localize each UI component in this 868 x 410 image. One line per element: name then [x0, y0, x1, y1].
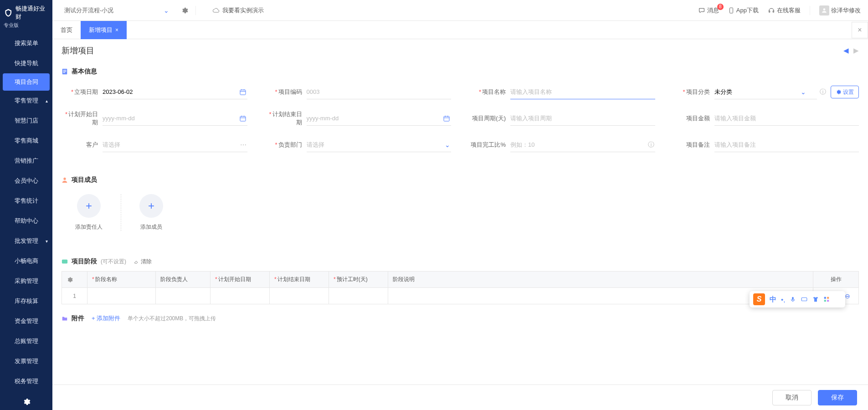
- help-icon[interactable]: ⓘ: [648, 141, 654, 149]
- plan-start-field[interactable]: [103, 111, 247, 126]
- save-button[interactable]: 保存: [818, 390, 857, 405]
- clear-stages-button[interactable]: 清除: [134, 258, 152, 266]
- remark-field[interactable]: [714, 138, 859, 152]
- sidebar-item-fixedasset[interactable]: 固定资产: [0, 391, 52, 394]
- progress-field[interactable]: ⓘ: [510, 138, 655, 152]
- close-all-tabs-button[interactable]: ×: [852, 22, 868, 38]
- sidebar-item-retailmall[interactable]: 零售商城: [0, 131, 52, 151]
- add-owner-button[interactable]: +: [77, 194, 101, 218]
- message-badge: 8: [717, 4, 724, 10]
- project-period-field[interactable]: [510, 111, 655, 126]
- demo-link[interactable]: 我要看实例演示: [212, 6, 264, 15]
- ime-toolbar[interactable]: S 中 •,: [750, 291, 845, 308]
- tenant-select[interactable]: 测试分开流程-小况 ⌄: [60, 3, 174, 18]
- plus-icon: +: [86, 200, 92, 212]
- sidebar-item-search[interactable]: 搜索菜单: [0, 33, 52, 53]
- calendar-icon[interactable]: [443, 115, 450, 122]
- prev-record-button[interactable]: ◀: [843, 46, 849, 55]
- category-settings-button[interactable]: 设置: [831, 86, 859, 98]
- sidebar-item-quicknav[interactable]: 快捷导航: [0, 53, 52, 73]
- section-basic: 基本信息 *立项日期 *项目编码: [62, 62, 859, 163]
- next-record-button[interactable]: ▶: [853, 46, 859, 55]
- ime-voice-button[interactable]: [790, 296, 796, 302]
- calendar-icon[interactable]: [239, 115, 247, 122]
- sidebar-item-wholesale[interactable]: 批发管理▾: [0, 231, 52, 251]
- tab-home[interactable]: 首页: [52, 21, 81, 39]
- sidebar-item-marketing[interactable]: 营销推广: [0, 151, 52, 171]
- keyboard-icon: [801, 296, 808, 302]
- department-field[interactable]: ⌄: [307, 138, 452, 152]
- messages-button[interactable]: 消息 8: [698, 6, 719, 15]
- sidebar-item-help[interactable]: 帮助中心: [0, 211, 52, 231]
- sidebar-item-invoice[interactable]: 发票管理: [0, 351, 52, 371]
- th-stage-op: 操作: [813, 272, 859, 288]
- svg-rect-0: [729, 8, 733, 13]
- ime-punct-button[interactable]: •,: [781, 296, 785, 303]
- person-icon: [62, 177, 68, 183]
- svg-rect-5: [240, 90, 246, 95]
- sidebar-item-inventory[interactable]: 库存核算: [0, 291, 52, 311]
- ime-tools-button[interactable]: [823, 296, 830, 302]
- app-download-button[interactable]: App下载: [728, 6, 759, 15]
- th-stage-name: *阶段名称: [87, 272, 156, 288]
- table-row[interactable]: 1 ⊕ ⊖: [62, 288, 859, 304]
- sidebar-item-ledger[interactable]: 总账管理: [0, 331, 52, 351]
- customer-service-button[interactable]: 在线客服: [768, 6, 801, 15]
- sidebar-item-tax[interactable]: 税务管理: [0, 371, 52, 391]
- sidebar-item-retail[interactable]: 零售管理▴: [0, 91, 52, 111]
- topbar: 测试分开流程-小况 ⌄ 我要看实例演示 消息 8 App下载: [52, 0, 868, 21]
- sidebar-item-project-contract[interactable]: 项目合同: [3, 73, 50, 91]
- chevron-down-icon[interactable]: ⌄: [801, 88, 806, 96]
- sidebar-item-funds[interactable]: 资金管理: [0, 311, 52, 331]
- svg-rect-9: [62, 260, 67, 264]
- folder-icon: [62, 315, 68, 322]
- more-icon[interactable]: ⋯: [240, 141, 247, 149]
- chevron-down-icon: ⌄: [164, 7, 169, 14]
- phone-icon: [728, 7, 734, 14]
- project-code-field[interactable]: [307, 85, 452, 99]
- svg-point-8: [63, 178, 66, 180]
- help-icon[interactable]: ⓘ: [820, 88, 826, 96]
- sidebar-item-retailstats[interactable]: 零售统计: [0, 191, 52, 211]
- close-icon[interactable]: ×: [115, 27, 118, 33]
- customer-field[interactable]: ⋯: [103, 138, 247, 152]
- establish-date-field[interactable]: [103, 85, 247, 99]
- add-member-button[interactable]: +: [139, 194, 163, 218]
- add-owner-block: + 添加责任人: [75, 194, 121, 231]
- cancel-button[interactable]: 取消: [772, 390, 812, 405]
- th-stage-end: *计划结束日期: [270, 272, 329, 288]
- column-config-button[interactable]: [62, 272, 87, 288]
- cell-stage-end[interactable]: [270, 288, 329, 304]
- sidebar-item-ecommerce[interactable]: 小畅电商: [0, 251, 52, 271]
- brand-logo-icon: [4, 8, 13, 18]
- cell-stage-owner[interactable]: [156, 288, 211, 304]
- stage-icon: [62, 258, 68, 265]
- sidebar-item-purchase[interactable]: 采购管理: [0, 271, 52, 291]
- sidebar-item-membership[interactable]: 会员中心: [0, 171, 52, 191]
- sidebar-item-smartstore[interactable]: 智慧门店: [0, 111, 52, 131]
- add-member-block: + 添加成员: [139, 194, 163, 231]
- gear-icon: [67, 277, 73, 283]
- ime-skin-button[interactable]: [812, 296, 819, 302]
- cell-stage-start[interactable]: [211, 288, 270, 304]
- sidebar-settings[interactable]: [0, 394, 52, 410]
- project-category-field[interactable]: ⌄: [714, 85, 817, 99]
- section-hint: (可不设置): [101, 258, 126, 266]
- calendar-icon[interactable]: [239, 88, 247, 96]
- cell-stage-name[interactable]: [87, 288, 156, 304]
- ime-lang-button[interactable]: 中: [770, 295, 776, 304]
- svg-rect-12: [824, 297, 826, 299]
- project-amount-field[interactable]: [714, 111, 859, 126]
- add-attachment-button[interactable]: + 添加附件: [92, 314, 120, 323]
- tab-add-project[interactable]: 新增项目 ×: [81, 21, 127, 39]
- chevron-down-icon[interactable]: ⌄: [445, 141, 450, 149]
- ime-keyboard-button[interactable]: [801, 296, 808, 302]
- section-title: 项目成员: [72, 176, 97, 184]
- cell-stage-hours[interactable]: [329, 288, 388, 304]
- project-name-field[interactable]: [510, 85, 655, 99]
- plan-end-field[interactable]: [307, 111, 452, 126]
- user-menu[interactable]: 徐泽华修改: [819, 5, 861, 15]
- row-delete-button[interactable]: ⊖: [845, 292, 850, 300]
- section-members: 项目成员 + 添加责任人 + 添加成员: [62, 170, 859, 245]
- topbar-gear-button[interactable]: [181, 7, 188, 14]
